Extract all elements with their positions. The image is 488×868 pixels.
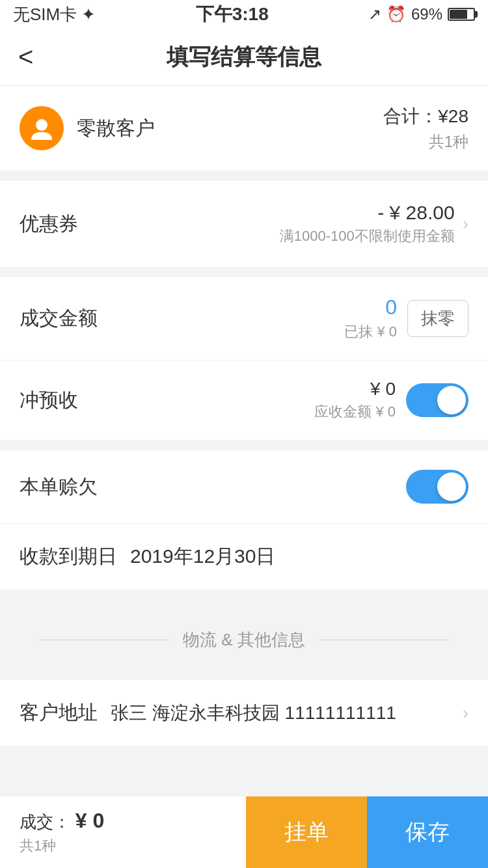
- bottom-count: 共1种: [20, 836, 226, 856]
- content-area: 零散客户 合计：¥28 共1种 优惠券 - ¥ 28.00 满1000-100不…: [0, 86, 488, 834]
- address-chevron-icon: ›: [463, 703, 468, 724]
- location-icon: ↗: [368, 5, 381, 23]
- address-label: 客户地址: [20, 699, 98, 726]
- battery-percent: 69%: [411, 5, 442, 23]
- coupon-desc: 满1000-100不限制使用金额: [280, 226, 455, 246]
- customer-right: 合计：¥28 共1种: [383, 104, 468, 152]
- maling-button[interactable]: 抹零: [407, 300, 468, 337]
- address-row[interactable]: 客户地址 张三 海淀永丰科技园 11111111111 ›: [0, 680, 488, 746]
- transaction-section: 成交金额 0 已抹 ¥ 0 抹零 冲预收 ¥ 0 应收金额 ¥ 0: [0, 277, 488, 440]
- battery-icon: [448, 8, 475, 21]
- toggle-knob: [437, 386, 466, 414]
- bottom-deal-amount: ¥ 0: [75, 809, 104, 832]
- logistics-header: 物流 & 其他信息: [20, 616, 468, 664]
- coupon-detail: - ¥ 28.00 满1000-100不限制使用金额: [280, 202, 455, 246]
- prepay-right: ¥ 0 应收金额 ¥ 0: [314, 379, 468, 422]
- svg-point-0: [36, 119, 47, 131]
- due-date-label: 收款到期日: [20, 543, 117, 570]
- debit-toggle-knob: [437, 472, 466, 501]
- status-left: 无SIM卡 ✦: [13, 3, 96, 26]
- due-date-row: 收款到期日 2019年12月30日: [0, 523, 488, 590]
- total-amount: 合计：¥28: [383, 104, 468, 129]
- sim-indicator: 无SIM卡 ✦: [13, 3, 96, 26]
- deal-amount-right: 0 已抹 ¥ 0 抹零: [344, 295, 468, 342]
- logistics-label: 物流 & 其他信息: [183, 629, 305, 651]
- prepay-sub: 应收金额 ¥ 0: [314, 402, 396, 422]
- customer-left: 零散客户: [20, 106, 155, 150]
- chevron-right-icon: ›: [463, 213, 468, 234]
- debit-label: 本单赊欠: [20, 474, 98, 500]
- prepay-row: 冲预收 ¥ 0 应收金额 ¥ 0: [0, 360, 488, 440]
- coupon-right: - ¥ 28.00 满1000-100不限制使用金额 ›: [280, 202, 468, 246]
- due-date-value: 2019年12月30日: [130, 543, 275, 570]
- status-bar: 无SIM卡 ✦ 下午3:18 ↗ ⏰ 69%: [0, 0, 488, 29]
- bottom-deal-label: 成交：: [20, 812, 70, 832]
- deal-amount-row: 成交金额 0 已抹 ¥ 0 抹零: [0, 277, 488, 360]
- prepay-label: 冲预收: [20, 387, 78, 414]
- prepay-value-block: ¥ 0 应收金额 ¥ 0: [314, 379, 396, 422]
- coupon-row[interactable]: 优惠券 - ¥ 28.00 满1000-100不限制使用金额 ›: [0, 181, 488, 267]
- debit-section: 本单赊欠 收款到期日 2019年12月30日: [0, 450, 488, 590]
- prepay-toggle[interactable]: [406, 383, 468, 417]
- status-time: 下午3:18: [196, 2, 269, 27]
- bottom-summary: 成交： ¥ 0 共1种: [0, 809, 246, 856]
- hold-button[interactable]: 挂单: [246, 796, 367, 868]
- deal-amount-sub: 已抹 ¥ 0: [344, 322, 397, 342]
- coupon-discount: - ¥ 28.00: [280, 202, 455, 224]
- bottom-bar: 成交： ¥ 0 共1种 挂单 保存: [0, 796, 488, 868]
- debit-toggle[interactable]: [406, 470, 468, 504]
- debit-row: 本单赊欠: [0, 450, 488, 523]
- save-button[interactable]: 保存: [367, 796, 488, 868]
- page-title: 填写结算等信息: [167, 42, 321, 72]
- customer-name: 零散客户: [77, 115, 155, 142]
- nav-bar: < 填写结算等信息: [0, 29, 488, 86]
- back-button[interactable]: <: [18, 42, 33, 72]
- avatar: [20, 106, 64, 150]
- total-count: 共1种: [383, 131, 468, 152]
- prepay-amount: ¥ 0: [314, 379, 396, 400]
- deal-amount-label: 成交金额: [20, 305, 98, 332]
- logistics-section: 物流 & 其他信息: [0, 600, 488, 680]
- address-value: 张三 海淀永丰科技园 11111111111: [111, 701, 463, 726]
- logistics-line-right: [318, 640, 449, 640]
- deal-amount-value-block: 0 已抹 ¥ 0: [344, 295, 397, 342]
- customer-row: 零散客户 合计：¥28 共1种: [0, 86, 488, 170]
- status-right: ↗ ⏰ 69%: [368, 5, 475, 23]
- bottom-deal-line: 成交： ¥ 0: [20, 809, 226, 834]
- deal-amount-value: 0: [344, 295, 397, 319]
- person-icon: [29, 115, 55, 141]
- coupon-label: 优惠券: [20, 211, 78, 237]
- alarm-icon: ⏰: [386, 5, 406, 23]
- logistics-line-left: [39, 640, 170, 640]
